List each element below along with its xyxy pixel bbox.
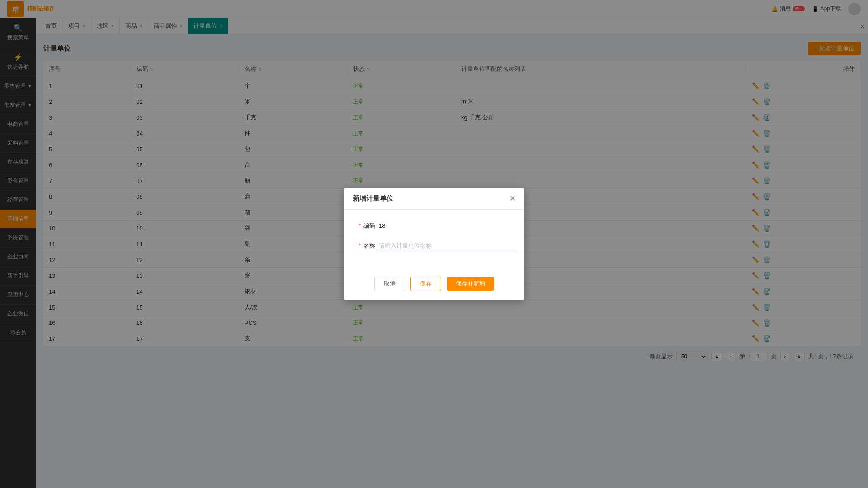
add-unit-modal: 新增计量单位 ✕ * 编码 * 名称 取消 保存 保存并新增: [344, 188, 524, 300]
modal-close-button[interactable]: ✕: [509, 194, 515, 203]
required-star-code: *: [359, 222, 361, 229]
code-label: * 编码: [353, 222, 375, 230]
required-star-name: *: [359, 242, 361, 249]
modal-header: 新增计量单位 ✕: [344, 188, 524, 210]
code-form-row: * 编码: [353, 221, 515, 231]
name-label: * 名称: [353, 242, 375, 250]
modal-overlay: 新增计量单位 ✕ * 编码 * 名称 取消 保存 保存并新增: [0, 0, 868, 488]
name-form-row: * 名称: [353, 240, 515, 251]
save-and-new-button[interactable]: 保存并新增: [447, 277, 494, 291]
cancel-button[interactable]: 取消: [374, 277, 405, 291]
modal-body: * 编码 * 名称: [344, 210, 524, 271]
name-input[interactable]: [379, 240, 515, 251]
modal-footer: 取消 保存 保存并新增: [344, 271, 524, 300]
modal-title: 新增计量单位: [353, 194, 393, 203]
save-button[interactable]: 保存: [410, 277, 441, 291]
code-input[interactable]: [379, 221, 515, 231]
